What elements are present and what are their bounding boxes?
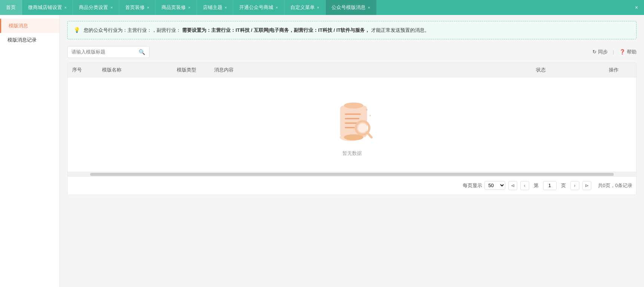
- nav-tab-store-theme[interactable]: 店铺主题×: [197, 0, 233, 15]
- sidebar-item-template-message[interactable]: 模版消息: [0, 19, 59, 33]
- search-input[interactable]: [71, 49, 139, 55]
- sync-button[interactable]: ↻ 同步: [592, 49, 608, 55]
- search-input-wrap: 🔍: [67, 46, 150, 58]
- col-type: 模版类型: [172, 63, 210, 77]
- main-content: 💡 您的公众号行业为：主营行业：，副营行业： 需要设置为：主营行业：IT科技 /…: [60, 15, 644, 287]
- svg-line-9: [367, 132, 372, 137]
- close-tab-icon-template-msg[interactable]: ×: [368, 5, 370, 10]
- nav-tab-store-settings[interactable]: 微商城店铺设置×: [22, 0, 73, 15]
- search-actions: ↻ 同步 | ❓ 帮助: [592, 49, 637, 55]
- data-table: 序号 模版名称 模版类型 消息内容 状态 操作: [67, 62, 637, 195]
- close-tab-icon-store-settings[interactable]: ×: [64, 5, 67, 10]
- search-bar: 🔍 ↻ 同步 | ❓ 帮助: [67, 46, 637, 58]
- col-seq: 序号: [68, 63, 98, 77]
- empty-state: ✦ ✦ 暂无数据: [68, 77, 636, 172]
- main-layout: 模版消息模版消息记录 💡 您的公众号行业为：主营行业：，副营行业： 需要设置为：…: [0, 15, 644, 287]
- svg-point-1: [344, 103, 363, 109]
- nav-tab-home[interactable]: 首页: [0, 0, 22, 15]
- empty-text: 暂无数据: [342, 150, 362, 157]
- notice-text-highlight: 需要设置为：主营行业：IT科技 / 互联网|电子商务，副营行业：IT科技 / I…: [182, 27, 370, 33]
- nav-tab-homepage-decoration[interactable]: 首页装修×: [119, 0, 155, 15]
- divider: |: [613, 49, 614, 55]
- top-nav: 首页微商城店铺设置×商品分类设置×首页装修×商品页装修×店铺主题×开通公众号商城…: [0, 0, 644, 15]
- page-num-prefix: 第: [534, 182, 539, 189]
- col-name: 模版名称: [98, 63, 172, 77]
- page-size-label: 每页显示: [463, 182, 482, 189]
- empty-icon: ✦ ✦: [330, 100, 375, 145]
- notice-box: 💡 您的公众号行业为：主营行业：，副营行业： 需要设置为：主营行业：IT科技 /…: [67, 21, 637, 39]
- first-page-button[interactable]: ⊲: [508, 181, 517, 190]
- sidebar: 模版消息模版消息记录: [0, 15, 60, 287]
- col-content: 消息内容: [210, 63, 531, 77]
- pagination: 每页显示 102050100 ⊲ ‹ 第 页 › ⊳ 共0页，0条记录: [68, 176, 636, 195]
- svg-text:✦: ✦: [365, 108, 368, 112]
- help-label: 帮助: [627, 49, 637, 55]
- last-page-button[interactable]: ⊳: [582, 181, 591, 190]
- nav-tab-product-decoration[interactable]: 商品页装修×: [155, 0, 197, 15]
- close-tab-icon-homepage-decoration[interactable]: ×: [147, 5, 149, 10]
- prev-page-button[interactable]: ‹: [520, 181, 529, 190]
- next-page-button[interactable]: ›: [570, 181, 579, 190]
- nav-tab-category-settings[interactable]: 商品分类设置×: [73, 0, 119, 15]
- page-size-select[interactable]: 102050100: [484, 181, 505, 190]
- close-tab-icon-product-decoration[interactable]: ×: [188, 5, 190, 10]
- close-tab-icon-custom-menu[interactable]: ×: [317, 5, 319, 10]
- nav-tab-open-mall[interactable]: 开通公众号商城×: [233, 0, 284, 15]
- scrollbar-thumb[interactable]: [90, 173, 614, 176]
- col-status: 状态: [531, 63, 591, 77]
- table-header: 序号 模版名称 模版类型 消息内容 状态 操作: [68, 63, 636, 77]
- search-icon[interactable]: 🔍: [139, 49, 145, 55]
- notice-icon: 💡: [74, 27, 80, 33]
- nav-tab-template-msg[interactable]: 公众号模版消息×: [326, 0, 376, 15]
- close-tab-icon-store-theme[interactable]: ×: [225, 5, 227, 10]
- notice-text-before: 您的公众号行业为：主营行业：，副营行业：: [84, 27, 181, 33]
- page-total: 共0页，0条记录: [598, 182, 632, 189]
- help-button[interactable]: ❓ 帮助: [619, 49, 637, 55]
- page-number-input[interactable]: [543, 181, 557, 190]
- sync-label: 同步: [598, 49, 608, 55]
- sidebar-item-template-message-records[interactable]: 模版消息记录: [0, 33, 59, 47]
- page-size-wrap: 每页显示 102050100: [463, 181, 505, 190]
- sync-icon: ↻: [592, 49, 597, 55]
- horizontal-scrollbar[interactable]: [68, 172, 636, 176]
- svg-text:✦: ✦: [369, 114, 372, 117]
- close-tab-icon-category-settings[interactable]: ×: [110, 5, 113, 10]
- nav-tab-custom-menu[interactable]: 自定义菜单×: [284, 0, 326, 15]
- close-tab-icon-open-mall[interactable]: ×: [275, 5, 278, 10]
- svg-point-8: [358, 123, 367, 132]
- col-action: 操作: [591, 63, 636, 77]
- help-icon: ❓: [619, 49, 625, 55]
- page-label: 页: [561, 182, 566, 189]
- close-all-button[interactable]: ×: [629, 4, 644, 10]
- notice-text-after: 才能正常发送预置的消息。: [371, 27, 429, 33]
